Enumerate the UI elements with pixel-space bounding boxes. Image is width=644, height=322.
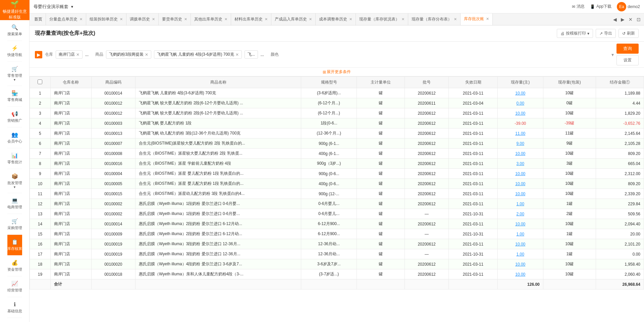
cell-qty-main-6[interactable]: 10.00 <box>497 149 543 159</box>
tab-5[interactable]: 其他出库单历史✕ <box>191 13 231 25</box>
cell-batch-8: 20200612 <box>405 169 448 179</box>
sidebar-item-9[interactable]: 🛒采购管理 <box>7 214 22 235</box>
sidebar-item-10[interactable]: 📋库存核算 <box>7 235 22 256</box>
tab-close-all[interactable]: ✕ <box>627 17 635 22</box>
print-button[interactable]: 🖨 按模板打印 ▾ <box>557 29 593 38</box>
sidebar-item-13[interactable]: ℹ基础信息 <box>7 297 22 318</box>
query-button[interactable]: 查询 <box>616 44 639 54</box>
tab-7[interactable]: 产成品入库单历史✕ <box>271 13 316 25</box>
cell-batch-0: 20200612 <box>405 88 448 98</box>
tab-close-8[interactable]: ✕ <box>349 17 352 21</box>
product-tag-2-close[interactable]: ✕ <box>235 52 239 57</box>
sidebar-icon-11: 💰 <box>11 260 18 266</box>
cell-qty-main-13[interactable]: 10.00 <box>497 219 543 229</box>
tab-close-2[interactable]: ✕ <box>120 17 123 21</box>
cell-qty-main-14[interactable]: 1.00 <box>497 229 543 239</box>
sidebar-item-3[interactable]: 🏪零售商城 <box>7 86 22 107</box>
cell-qty-main-4[interactable]: 11.00 <box>497 128 543 139</box>
tab-4[interactable]: 要货单历史✕ <box>159 13 191 25</box>
tab-close-10[interactable]: ✕ <box>454 17 457 21</box>
tab-more[interactable]: ⊡ <box>635 17 643 22</box>
tab-close-9[interactable]: ✕ <box>401 17 405 21</box>
tab-10[interactable]: 现存量（库存分布表）✕ <box>408 13 461 25</box>
app-download-btn[interactable]: 📱 App下载 <box>590 4 611 9</box>
cell-batch-4: 20200612 <box>405 128 448 139</box>
select-all-checkbox[interactable] <box>38 79 42 84</box>
cell-amount-4: 2,145.64 <box>596 128 644 139</box>
cell-qty-main-12[interactable]: 2.00 <box>497 209 543 219</box>
sidebar-item-4[interactable]: 📢营销推广 <box>7 107 22 127</box>
tab-close-6[interactable]: ✕ <box>265 17 268 21</box>
cell-qty-main-17[interactable]: 10.00 <box>497 259 543 269</box>
product-tag-1-close[interactable]: ✕ <box>145 52 148 57</box>
cell-no-11: 12 <box>30 199 51 209</box>
expand-btn[interactable]: ⊞ 展开更多条件 <box>323 69 351 75</box>
tab-11[interactable]: 库存批次账✕ <box>461 13 493 25</box>
cell-qty-main-0[interactable]: 10.00 <box>497 88 543 98</box>
cell-qty-main-16[interactable]: 1.00 <box>497 249 543 259</box>
product-more[interactable]: ... <box>261 52 264 57</box>
tab-scroll-left[interactable]: ◀ <box>611 17 619 22</box>
refresh-button[interactable]: ↺ 刷新 <box>619 29 639 38</box>
tab-label-4: 要货单历史 <box>162 16 182 22</box>
cell-qty-main-15[interactable]: 10.00 <box>497 239 543 249</box>
sidebar-item-2[interactable]: 🛒零售管理▼ <box>7 62 22 86</box>
tab-0[interactable]: 首页 <box>31 13 46 25</box>
sidebar-item-1[interactable]: ⚡快捷导航 <box>7 41 22 62</box>
sidebar-item-12[interactable]: 📈经营管理 <box>7 276 22 297</box>
cell-no-18: 19 <box>30 269 51 279</box>
tab-8[interactable]: 成本调整单历史✕ <box>316 13 356 25</box>
sidebar-item-11[interactable]: 💰资金管理 <box>7 256 22 276</box>
cell-qty-main-18[interactable]: 10.00 <box>497 269 543 279</box>
sidebar-item-6[interactable]: 📊零售统计 <box>7 148 22 169</box>
product-tag-1[interactable]: 飞鹤奶粉3段两提装 ✕ <box>106 50 151 59</box>
tab-close-4[interactable]: ✕ <box>184 17 187 21</box>
message-btn[interactable]: ✉ 消息 <box>572 4 585 9</box>
sidebar-item-0[interactable]: 🔍搜索菜单 <box>7 20 22 41</box>
tab-2[interactable]: 组装拆卸单历史✕ <box>86 13 126 25</box>
sidebar-item-5[interactable]: 👥会员中心 <box>7 127 22 148</box>
cell-qty-main-2[interactable]: 10.00 <box>497 108 543 118</box>
tab-close-1[interactable]: ✕ <box>79 17 83 21</box>
cell-name-18: 惠氏启膜（Wyeth illuma）亲和人体儿童配方奶粉4段（3-... <box>136 269 301 279</box>
cell-qty-main-9[interactable]: 10.00 <box>497 179 543 189</box>
cell-name-2: 飞鹤星飞帆 较大婴儿配方奶粉 2段(6-12个月婴幼儿适用) ... <box>136 108 301 118</box>
table-row: 16 南岸门店 00100019 惠氏启膜（Wyeth illuma）3段奶粉 … <box>30 239 644 249</box>
cell-qty-main-11[interactable]: 1.00 <box>497 199 543 209</box>
tab-close-7[interactable]: ✕ <box>309 17 312 21</box>
warehouse-tag-close[interactable]: ✕ <box>76 52 79 57</box>
sidebar-item-14[interactable]: ⚙系统管理 <box>7 318 22 322</box>
cell-qty-main-5[interactable]: 9.00 <box>497 139 543 149</box>
tab-close-5[interactable]: ✕ <box>224 17 227 21</box>
cell-unit-2: 罐 <box>357 108 405 118</box>
cell-unit-17: 罐 <box>357 259 405 269</box>
cell-no-12: 13 <box>30 209 51 219</box>
tab-close-11[interactable]: ✕ <box>486 17 489 21</box>
account-dropdown[interactable]: ▾ <box>71 4 73 9</box>
warehouse-filter-tag[interactable]: 南岸门店 ✕ <box>56 50 83 59</box>
sidebar-item-8[interactable]: 💻电商管理 <box>7 193 22 214</box>
tab-6[interactable]: 材料出库单历史✕ <box>231 13 271 25</box>
table-row: 1 南岸门店 00100014 飞鹤星飞帆 儿童奶粉 4段(3-6岁适用) 70… <box>30 88 644 98</box>
tab-1[interactable]: 分量盘点单历史✕ <box>46 13 86 25</box>
export-button[interactable]: ↗ 导出 <box>596 29 616 38</box>
sidebar-item-7[interactable]: 📦批发管理▼ <box>7 169 22 193</box>
cell-batch-7: 20200612 <box>405 159 448 169</box>
cell-qty-main-1[interactable]: 0.00 <box>497 98 543 108</box>
cell-qty-main-8[interactable]: 10.00 <box>497 169 543 179</box>
expand-filter-btn[interactable]: ▶ <box>35 51 42 58</box>
tab-3[interactable]: 调拨单历史✕ <box>126 13 159 25</box>
col-qty-pkg: 现存量(包装) <box>543 77 596 88</box>
product-tag-3[interactable]: 飞... <box>245 50 258 59</box>
user-menu[interactable]: Ea demo2 <box>617 2 640 11</box>
tab-scroll-right[interactable]: ▶ <box>619 17 627 22</box>
cell-qty-main-10[interactable]: 10.00 <box>497 189 543 199</box>
sidebar-icon-1: ⚡ <box>11 45 18 51</box>
cell-qty-main-7[interactable]: 3.00 <box>497 159 543 169</box>
setting-button[interactable]: 设置 <box>616 55 639 65</box>
tab-close-3[interactable]: ✕ <box>152 17 155 21</box>
product-tag-2[interactable]: 飞鹤星飞帆 儿童奶粉 4段(3-6岁适用) 700克 ✕ <box>154 50 242 59</box>
color-dropdown-icon[interactable]: ▾ <box>611 52 614 57</box>
tab-9[interactable]: 现存量（库存状况表）✕ <box>356 13 408 25</box>
warehouse-more[interactable]: ... <box>85 52 89 57</box>
